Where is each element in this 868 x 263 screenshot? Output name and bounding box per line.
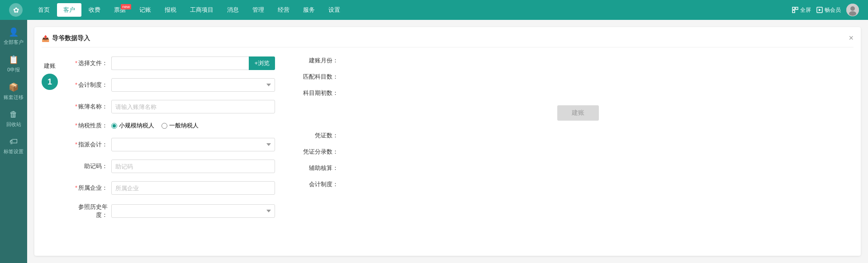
nav-item-message[interactable]: 消息	[221, 3, 245, 17]
svg-point-6	[850, 6, 855, 11]
nav-item-tax[interactable]: 报税	[158, 3, 183, 17]
logo-icon: ✿	[9, 3, 23, 17]
accountant-select[interactable]	[111, 138, 275, 151]
panel-header: 📤 导爷数据导入	[42, 34, 854, 47]
sidebar: 👤 全部客户 📋 0申报 📦 账套迁移 🗑 回收站 🏷 标签设置	[0, 20, 27, 263]
sidebar-item-label-settings[interactable]: 🏷 标签设置	[1, 133, 26, 159]
tax-row: *纳税性质： 小规模纳税人 一般纳税人	[67, 122, 275, 130]
accounting-select[interactable]	[111, 78, 275, 92]
nav-item-settings[interactable]: 设置	[322, 3, 346, 17]
tax-small-radio[interactable]: 小规模纳税人	[111, 122, 154, 130]
history-row: 参照历史年度：	[67, 203, 275, 219]
ledger-label: *账簿名称：	[67, 103, 108, 111]
right-month-row: 建账月份：	[302, 56, 854, 65]
company-input[interactable]	[111, 181, 275, 195]
nav-item-business[interactable]: 工商项目	[184, 3, 220, 17]
file-text-input[interactable]	[111, 56, 249, 70]
accounting-label: *会计制度：	[67, 81, 108, 89]
right-aux-row: 辅助核算：	[302, 164, 854, 172]
tax-label: *纳税性质：	[67, 122, 108, 130]
right-voucher-label: 凭证数：	[302, 132, 338, 140]
memo-input[interactable]	[111, 160, 275, 173]
memo-row: 助记码：	[67, 160, 275, 173]
migrate-icon: 📦	[9, 82, 19, 92]
right-match-label: 匹配科目数：	[302, 73, 338, 81]
fullscreen-icon	[792, 7, 798, 13]
declare-icon: 📋	[9, 55, 19, 65]
trash-icon: 🗑	[9, 110, 18, 119]
svg-point-7	[849, 11, 856, 16]
panel-title: 导爷数据导入	[52, 34, 90, 42]
sidebar-item-all-customers[interactable]: 👤 全部客户	[1, 23, 26, 49]
nav-items: 首页 客户 收费 票据 new 记账 报税 工商项目 消息 管理 经营 服务 设…	[32, 3, 792, 17]
ledger-input[interactable]	[111, 100, 275, 113]
import-panel: 📤 导爷数据导入 × 建账 1 *选择文件：	[34, 27, 861, 256]
history-label: 参照历史年度：	[67, 203, 108, 219]
step-badge: 1	[42, 74, 58, 90]
file-row: *选择文件： +浏览	[67, 56, 275, 70]
main-layout: 👤 全部客户 📋 0申报 📦 账套迁移 🗑 回收站 🏷 标签设置 📤 导爷数据导…	[0, 20, 868, 263]
nav-item-invoice[interactable]: 票据 new	[108, 3, 132, 17]
accounting-row: *会计制度：	[67, 78, 275, 92]
browse-button[interactable]: +浏览	[249, 56, 275, 70]
top-nav: ✿ 首页 客户 收费 票据 new 记账 报税 工商项目 消息 管理 经营 服务…	[0, 0, 868, 20]
nav-item-home[interactable]: 首页	[32, 3, 56, 17]
user-icon: 👤	[9, 27, 19, 37]
right-voucher-records-label: 凭证分录数：	[302, 148, 338, 156]
avatar[interactable]	[846, 4, 859, 16]
nav-item-customer[interactable]: 客户	[57, 3, 81, 17]
nav-item-manage[interactable]: 管理	[246, 3, 270, 17]
file-label: *选择文件：	[67, 59, 108, 67]
logo: ✿	[5, 3, 27, 17]
nav-item-fee[interactable]: 收费	[82, 3, 107, 17]
tag-icon: 🏷	[9, 137, 18, 146]
content-area: 📤 导爷数据导入 × 建账 1 *选择文件：	[27, 20, 868, 263]
step-section: 建账 1 *选择文件： +浏览	[42, 56, 275, 227]
avatar-icon	[846, 4, 859, 16]
form-left: *选择文件： +浏览 *会计制度：	[67, 56, 275, 227]
tax-general-radio[interactable]: 一般纳税人	[161, 122, 199, 130]
svg-marker-4	[819, 9, 821, 11]
member-btn[interactable]: 畅会员	[816, 6, 841, 14]
right-accounting-system-label: 会计制度：	[302, 180, 338, 188]
right-period-row: 科目期初数：	[302, 89, 854, 97]
history-select[interactable]	[111, 204, 275, 218]
play-icon	[816, 7, 823, 13]
sidebar-item-migration[interactable]: 📦 账套迁移	[1, 79, 26, 104]
svg-rect-2	[792, 10, 795, 13]
svg-rect-1	[796, 7, 798, 9]
nav-right: 全屏 畅会员	[792, 4, 859, 16]
tax-radio-group: 小规模纳税人 一般纳税人	[111, 122, 199, 130]
accountant-label: *指派会计：	[67, 141, 108, 149]
right-month-label: 建账月份：	[302, 56, 338, 65]
right-accounting-row: 会计制度：	[302, 180, 854, 188]
fullscreen-btn[interactable]: 全屏	[792, 6, 811, 14]
nav-item-service[interactable]: 服务	[297, 3, 321, 17]
sidebar-item-trash[interactable]: 🗑 回收站	[1, 106, 26, 132]
memo-label: 助记码：	[67, 162, 108, 170]
form-container: 建账 1 *选择文件： +浏览	[42, 56, 854, 227]
step-label: 建账	[44, 62, 56, 70]
right-aux-label: 辅助核算：	[302, 164, 338, 172]
new-badge: new	[121, 4, 131, 9]
file-input-group: +浏览	[111, 56, 275, 70]
svg-rect-0	[792, 7, 795, 9]
company-row: *所属企业：	[67, 181, 275, 195]
right-voucher-records-row: 凭证分录数：	[302, 148, 854, 156]
nav-item-bookkeeping[interactable]: 记账	[133, 3, 157, 17]
right-match-row: 匹配科目数：	[302, 73, 854, 81]
form-right: 建账月份： 匹配科目数： 科目期初数： 建账	[284, 56, 854, 227]
create-account-button[interactable]: 建账	[557, 105, 599, 121]
sidebar-item-zero-declare[interactable]: 📋 0申报	[1, 51, 26, 77]
import-icon: 📤	[42, 35, 49, 42]
ledger-row: *账簿名称：	[67, 100, 275, 113]
right-period-label: 科目期初数：	[302, 89, 338, 97]
close-button[interactable]: ×	[849, 33, 854, 43]
company-label: *所属企业：	[67, 184, 108, 192]
accountant-row: *指派会计：	[67, 138, 275, 151]
nav-item-operate[interactable]: 经营	[271, 3, 296, 17]
right-voucher-row: 凭证数：	[302, 132, 854, 140]
